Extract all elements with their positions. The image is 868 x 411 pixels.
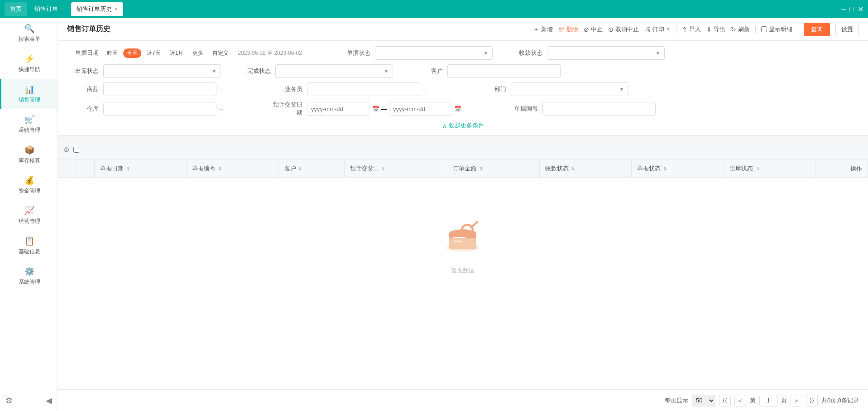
customer-more-icon[interactable]: ...: [562, 68, 567, 75]
import-button[interactable]: ⇑ 导入: [682, 25, 701, 34]
tab-home[interactable]: 首页: [5, 2, 27, 16]
sort-customer-icon[interactable]: ⇅: [298, 166, 302, 171]
date-tab-custom[interactable]: 自定义: [209, 48, 232, 58]
show-detail-checkbox-label[interactable]: 显示明细: [761, 25, 792, 34]
delete-button[interactable]: 🗑 删除: [558, 25, 578, 34]
complete-status-select[interactable]: ▼: [275, 64, 393, 78]
warehouse-more-icon[interactable]: ···: [218, 106, 223, 112]
refresh-button[interactable]: ↻ 刷新: [731, 25, 750, 34]
prev-page-button[interactable]: ＜: [734, 395, 746, 406]
sidebar-item-system-mgmt[interactable]: ⚙️ 系统管理: [0, 261, 58, 291]
calendar-from-icon[interactable]: 📅: [372, 106, 379, 112]
salesperson-input[interactable]: [307, 82, 420, 96]
show-detail-label: 显示明细: [769, 25, 792, 34]
calendar-to-icon[interactable]: 📅: [454, 106, 461, 112]
sort-outbound-status-icon[interactable]: ⇅: [756, 166, 759, 171]
sidebar-item-sales-mgmt[interactable]: 📊 销售管理: [0, 79, 58, 109]
add-button[interactable]: ＋ 新增: [533, 25, 553, 34]
customer-input[interactable]: [447, 64, 561, 78]
bill-status-select[interactable]: ▼: [375, 46, 493, 60]
tab-sales-order-history-close[interactable]: ×: [115, 6, 118, 12]
sidebar-settings-icon[interactable]: ⚙: [5, 396, 13, 406]
settings-button[interactable]: 设置: [835, 23, 859, 36]
th-payment-status[interactable]: 收款状态 ⇅: [539, 160, 632, 178]
sidebar-collapse-icon[interactable]: ◀: [46, 396, 52, 406]
print-button[interactable]: 🖨 打印 ▼: [644, 25, 671, 34]
th-outbound-status[interactable]: 出库状态 ⇅: [724, 160, 816, 178]
empty-text: 暂无数据: [451, 266, 475, 275]
sort-payment-status-icon[interactable]: ⇅: [571, 166, 575, 171]
minimize-icon[interactable]: ─: [841, 5, 846, 13]
filter-row-1: 单据日期 昨天 今天 近7天 近1月 更多 自定义 2023-06-02 至 2…: [67, 46, 859, 60]
tab-sales-order-close[interactable]: ×: [61, 6, 64, 12]
sort-bill-number-icon[interactable]: ⇅: [218, 166, 222, 171]
date-tab-7days[interactable]: 近7天: [143, 48, 164, 58]
collapse-button[interactable]: ∧ 收起更多条件: [442, 121, 484, 130]
page-number-input[interactable]: [759, 395, 777, 406]
date-tab-today[interactable]: 今天: [123, 48, 141, 58]
sidebar-item-finance[interactable]: 💰 资金管理: [0, 170, 58, 200]
query-button[interactable]: 查询: [804, 23, 830, 36]
sort-order-amount-icon[interactable]: ⇅: [479, 166, 483, 171]
warehouse-input[interactable]: [103, 102, 216, 116]
close-window-icon[interactable]: ✕: [858, 5, 863, 14]
export-button[interactable]: ⇓ 导出: [706, 25, 725, 34]
tab-sales-order-history[interactable]: 销售订单历史 ×: [71, 2, 123, 16]
collapse-label: 收起更多条件: [449, 121, 484, 130]
first-page-button[interactable]: ⟨⟨: [719, 395, 731, 406]
finance-icon: 💰: [24, 175, 34, 185]
bill-number-input[interactable]: [542, 102, 656, 116]
sidebar-item-operation[interactable]: 📈 经营管理: [0, 200, 58, 231]
cancel-stop-icon: ⊙: [608, 26, 614, 33]
cancel-stop-label: 取消中止: [615, 25, 639, 34]
th-bill-date[interactable]: 单据日期 ⇅: [94, 160, 187, 178]
th-order-amount[interactable]: 订单金额 ⇅: [447, 160, 540, 178]
date-label: 单据日期: [67, 49, 103, 57]
table-wrapper: 单据日期 ⇅ 单据编号 ⇅ 客户 ⇅: [58, 160, 868, 389]
th-customer[interactable]: 客户 ⇅: [278, 160, 344, 178]
date-tab-yesterday[interactable]: 昨天: [103, 48, 121, 58]
payment-status-select[interactable]: ▼: [547, 46, 665, 60]
maximize-icon[interactable]: □: [849, 5, 854, 13]
delivery-date-from[interactable]: [307, 102, 370, 116]
goods-more-icon[interactable]: ···: [218, 86, 223, 93]
divider2: [755, 26, 756, 33]
complete-status-label: 完成状态: [239, 67, 275, 75]
cancel-stop-button[interactable]: ⊙ 取消中止: [608, 25, 639, 34]
delivery-date-to[interactable]: [389, 102, 452, 116]
goods-label: 商品: [67, 85, 103, 93]
date-tab-1month[interactable]: 近1月: [166, 48, 187, 58]
tab-sales-order[interactable]: 销售订单 ×: [29, 2, 69, 16]
per-page-select[interactable]: 50 10 20 100: [692, 395, 715, 406]
refresh-label: 刷新: [738, 25, 750, 34]
salesperson-more-icon[interactable]: ···: [422, 86, 427, 93]
select-all-checkbox[interactable]: [73, 147, 79, 153]
sidebar: 🔍 搜索菜单 ⚡ 快捷导航 📊 销售管理 🛒 采购管理 📦 库存核算 💰 资金管…: [0, 18, 58, 411]
toolbar: ＋ 新增 🗑 删除 ⊘ 中止 ⊙ 取消中止 🖨 打印: [533, 23, 859, 36]
sidebar-item-basic-info[interactable]: 📋 基础信息: [0, 231, 58, 261]
next-page-button[interactable]: ＞: [791, 395, 802, 406]
outbound-status-select[interactable]: ▼: [103, 64, 221, 78]
goods-input[interactable]: [103, 82, 216, 96]
sidebar-item-operation-label: 经营管理: [19, 218, 40, 225]
sidebar-bottom: ⚙ ◀: [0, 390, 58, 411]
show-detail-checkbox[interactable]: [761, 26, 767, 32]
last-page-button[interactable]: ⟩⟩: [806, 395, 818, 406]
sort-expected-delivery-icon[interactable]: ⇅: [381, 166, 384, 171]
th-bill-number[interactable]: 单据编号 ⇅: [187, 160, 279, 178]
search-menu-icon: 🔍: [24, 24, 34, 34]
sidebar-item-search-menu[interactable]: 🔍 搜索菜单: [0, 18, 58, 48]
department-select[interactable]: ▼: [511, 82, 628, 96]
stop-button[interactable]: ⊘ 中止: [584, 25, 603, 34]
sort-bill-status-icon[interactable]: ⇅: [663, 166, 667, 171]
stop-label: 中止: [591, 25, 603, 34]
th-expected-delivery[interactable]: 预计交货... ⇅: [344, 160, 447, 178]
table-settings-icon[interactable]: ⚙: [63, 145, 70, 154]
sidebar-item-quick-nav[interactable]: ⚡ 快捷导航: [0, 48, 58, 79]
sort-bill-date-icon[interactable]: ⇅: [126, 166, 129, 171]
th-bill-status[interactable]: 单据状态 ⇅: [632, 160, 724, 178]
sidebar-item-purchase-mgmt[interactable]: 🛒 采购管理: [0, 109, 58, 140]
sidebar-item-inventory[interactable]: 📦 库存核算: [0, 140, 58, 170]
table-toolbar: ⚙: [58, 140, 868, 160]
date-tab-more[interactable]: 更多: [189, 48, 207, 58]
